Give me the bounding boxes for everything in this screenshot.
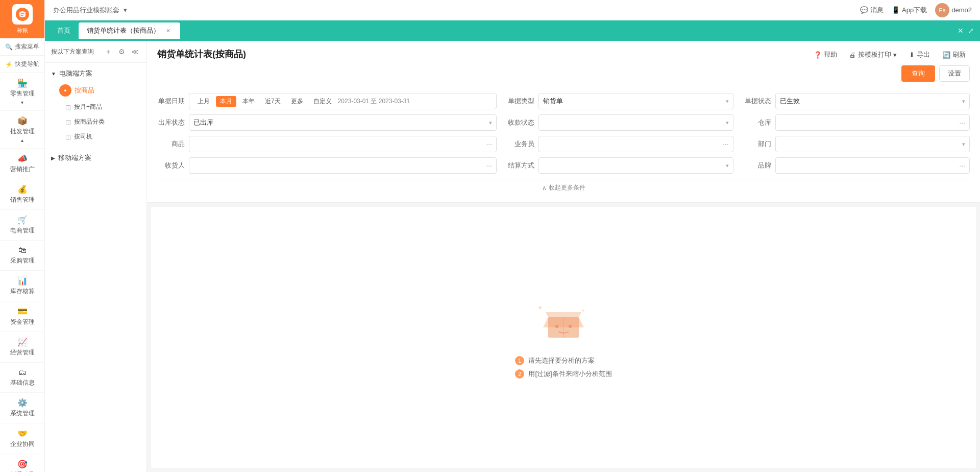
tree-parent-desktop[interactable]: ▼ 电脑端方案 xyxy=(45,66,146,81)
filter-row-2: 出库状态 已出库 ▾ 收款状态 ▾ xyxy=(157,114,970,131)
tab-home[interactable]: 首页 xyxy=(49,22,79,39)
out-status-arrow: ▾ xyxy=(489,120,492,126)
date-tag-custom[interactable]: 自定义 xyxy=(309,96,336,107)
receipt-status-arrow: ▾ xyxy=(726,120,729,126)
receipt-status-control[interactable]: ▾ xyxy=(538,114,733,131)
salesperson-label: 业务员 xyxy=(507,139,534,149)
svg-text:✦: ✦ xyxy=(581,309,585,313)
goods-label: 商品 xyxy=(157,139,185,149)
tree-subchild-goods-category[interactable]: ◫ 按商品分类 xyxy=(45,114,146,129)
enterprise-icon: 🤝 xyxy=(17,429,28,438)
tree-parent-mobile[interactable]: ▶ 移动端方案 xyxy=(45,150,146,166)
sidebar-item-retail[interactable]: 🏪 零售管理 ▾ xyxy=(0,73,44,111)
sidebar-item-inventory[interactable]: 📊 库存核算 xyxy=(0,271,44,301)
filter-out-status-field: 出库状态 已出库 ▾ xyxy=(157,114,497,131)
tree-expand-right-icon: ▶ xyxy=(51,155,55,161)
tab-report[interactable]: 销货单统计表（按商品） ✕ xyxy=(79,22,180,39)
svg-text:✦: ✦ xyxy=(538,305,542,311)
warehouse-label: 仓库 xyxy=(744,118,771,127)
sidebar-item-basic[interactable]: 🗂 基础信息 xyxy=(0,363,44,393)
filter-settlement-field: 结算方式 ▾ xyxy=(507,157,733,174)
brand-dots[interactable]: ··· xyxy=(959,161,965,170)
settlement-arrow: ▾ xyxy=(726,162,729,169)
tree-child-by-goods[interactable]: ● 按商品 xyxy=(45,81,146,100)
date-tag-last-month[interactable]: 上月 xyxy=(193,96,214,107)
export-icon: ⬇ xyxy=(909,51,915,59)
add-scheme-btn[interactable]: + xyxy=(103,46,114,57)
setting-btn[interactable]: 设置 xyxy=(939,65,970,82)
date-tag-7days[interactable]: 近7天 xyxy=(261,96,285,107)
empty-tip-1: 1 请先选择要分析的方案 xyxy=(515,356,611,365)
industry-dropdown-icon[interactable]: ▾ xyxy=(124,6,127,14)
sidebar-item-system[interactable]: ⚙️ 系统管理 xyxy=(0,393,44,423)
window-close-icon[interactable]: ✕ xyxy=(958,27,964,35)
bill-type-arrow: ▾ xyxy=(726,98,729,105)
collapse-chevron-icon: ∧ xyxy=(542,184,547,192)
newbie-icon: 🎯 xyxy=(17,459,28,469)
tree-subchild-month-goods[interactable]: ◫ 按月+商品 xyxy=(45,100,146,114)
date-tag-this-month[interactable]: 本月 xyxy=(216,96,236,107)
goods-dots[interactable]: ··· xyxy=(486,140,492,148)
warehouse-control[interactable]: ··· xyxy=(775,114,970,131)
window-maximize-icon[interactable]: ⤢ xyxy=(968,27,974,35)
sidebar-item-finance[interactable]: 💳 资金管理 xyxy=(0,301,44,332)
export-btn[interactable]: ⬇ 导出 xyxy=(905,48,934,61)
filter-brand-field: 品牌 ··· xyxy=(744,157,970,174)
sidebar: 标账 🔍 搜索菜单 ⚡ 快捷导航 🏪 零售管理 ▾ 📦 批发管理 ▴ 📣 营销推… xyxy=(0,0,45,472)
filter-receipt-status-field: 收款状态 ▾ xyxy=(507,114,733,131)
filter-warehouse-field: 仓库 ··· xyxy=(744,114,970,131)
ecommerce-icon: 🛒 xyxy=(17,215,28,225)
salesperson-control[interactable]: ··· xyxy=(538,136,733,152)
sidebar-item-operations[interactable]: 📈 经营管理 xyxy=(0,332,44,363)
filter-goods-field: 商品 ··· xyxy=(157,136,497,152)
salesperson-dots[interactable]: ··· xyxy=(723,140,729,148)
user-menu[interactable]: Ea demo2 xyxy=(935,3,972,17)
tabbar: 首页 销货单统计表（按商品） ✕ ✕ ⤢ xyxy=(45,20,980,41)
warehouse-dots[interactable]: ··· xyxy=(959,119,965,127)
collapse-filters-btn[interactable]: ∧ 收起更多条件 xyxy=(157,179,970,196)
left-panel: 按以下方案查询 + ⚙ ≪ ▼ 电脑端方案 xyxy=(45,41,147,472)
date-tag-more[interactable]: 更多 xyxy=(287,96,307,107)
industry-label: 办公用品行业模拟账套 xyxy=(53,6,119,15)
brand-control[interactable]: ··· xyxy=(775,157,970,174)
sidebar-item-ecommerce[interactable]: 🛒 电商管理 xyxy=(0,210,44,241)
wholesale-icon: 📦 xyxy=(17,116,28,126)
sidebar-item-enterprise[interactable]: 🤝 企业协同 xyxy=(0,423,44,454)
tree-subchild-driver[interactable]: ◫ 按司机 xyxy=(45,129,146,144)
app-download-btn[interactable]: 📱 App下载 xyxy=(892,6,927,15)
out-status-control[interactable]: 已出库 ▾ xyxy=(189,114,497,131)
settlement-control[interactable]: ▾ xyxy=(538,157,733,174)
empty-state: ✦ ✦ · 1 请先选择要分析的方案 2 用[过滤]条件来缩小分析范围 xyxy=(151,207,976,468)
receiver-dots[interactable]: ··· xyxy=(486,161,492,170)
department-arrow: ▾ xyxy=(962,141,965,148)
bill-type-control[interactable]: 销货单 ▾ xyxy=(538,93,733,109)
sidebar-item-purchase[interactable]: 🛍 采购管理 xyxy=(0,241,44,271)
department-control[interactable]: ▾ xyxy=(775,136,970,152)
date-label: 单据日期 xyxy=(157,97,185,106)
page-container: 按以下方案查询 + ⚙ ≪ ▼ 电脑端方案 xyxy=(45,41,980,472)
date-tag-this-year[interactable]: 本年 xyxy=(238,96,259,107)
message-btn[interactable]: 💬 消息 xyxy=(860,6,884,15)
help-btn[interactable]: ❓ 帮助 xyxy=(810,48,841,61)
left-panel-title: 按以下方案查询 xyxy=(51,48,94,56)
tree-section: ▼ 电脑端方案 ● 按商品 ◫ 按月+商品 ◫ 按商品分类 xyxy=(45,63,146,147)
sidebar-item-newbie[interactable]: 🎯 新手引导 xyxy=(0,454,44,472)
tab-report-close[interactable]: ✕ xyxy=(164,27,172,35)
settings-scheme-btn[interactable]: ⚙ xyxy=(116,46,127,57)
quick-nav-item[interactable]: ⚡ 快捷导航 xyxy=(0,56,44,73)
bill-status-control[interactable]: 已生效 ▾ xyxy=(775,93,970,109)
sidebar-item-marketing[interactable]: 📣 营销推广 xyxy=(0,149,44,179)
search-menu-item[interactable]: 🔍 搜索菜单 xyxy=(0,38,44,56)
sidebar-item-sales[interactable]: 💰 销售管理 xyxy=(0,179,44,210)
refresh-btn[interactable]: 🔄 刷新 xyxy=(938,48,970,61)
goods-control[interactable]: ··· xyxy=(189,136,497,152)
phone-icon: 📱 xyxy=(892,6,900,14)
collapse-panel-btn[interactable]: ≪ xyxy=(129,46,140,57)
tab-home-label: 首页 xyxy=(57,26,70,35)
print-btn[interactable]: 🖨 按模板打印 ▾ xyxy=(845,48,901,61)
sidebar-item-wholesale[interactable]: 📦 批发管理 ▴ xyxy=(0,111,44,149)
left-panel-header: 按以下方案查询 + ⚙ ≪ xyxy=(45,41,146,63)
query-btn[interactable]: 查询 xyxy=(901,65,935,82)
filter-date-field: 单据日期 上月 本月 本年 近7天 更多 自定义 20 xyxy=(157,93,497,109)
receiver-control[interactable]: ··· xyxy=(189,157,497,174)
